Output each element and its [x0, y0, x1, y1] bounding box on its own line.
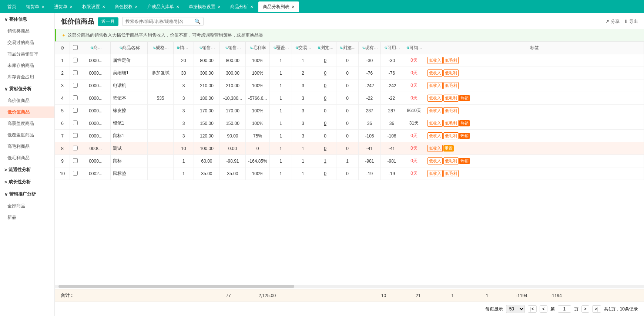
col-margin[interactable]: ⇅毛利率: [246, 42, 270, 54]
row-checkbox-cell[interactable]: [70, 105, 81, 117]
row-checkbox[interactable]: [73, 120, 78, 125]
sidebar-section-overview[interactable]: ∨ 整体信息: [0, 13, 54, 26]
close-icon[interactable]: ✕: [70, 5, 73, 9]
first-page-button[interactable]: |<: [528, 305, 537, 313]
close-icon[interactable]: ✕: [135, 5, 138, 9]
nav-tab-sales[interactable]: 销货单 ✕: [21, 1, 49, 12]
sidebar-item-low-coverage[interactable]: 低覆盖度商品: [0, 129, 54, 141]
row-browse1[interactable]: 0: [314, 167, 336, 180]
sidebar-item-low-margin[interactable]: 低毛利商品: [0, 152, 54, 164]
col-sales1[interactable]: ⇅销售...: [194, 42, 220, 54]
row-browse1[interactable]: 0: [314, 54, 336, 67]
scrollbar-thumb[interactable]: [58, 285, 294, 288]
row-browse1[interactable]: 0: [314, 105, 336, 117]
share-button[interactable]: ↗ 分享: [606, 18, 620, 25]
last-page-button[interactable]: >|: [592, 305, 601, 313]
prev-page-button[interactable]: <: [540, 305, 547, 313]
close-icon[interactable]: ✕: [250, 5, 253, 9]
row-sales2: 150.00: [220, 117, 246, 130]
row-checkbox[interactable]: [73, 158, 78, 163]
close-icon[interactable]: ✕: [218, 5, 221, 9]
sidebar-item-high-margin[interactable]: 高毛利商品: [0, 141, 54, 152]
row-checkbox[interactable]: [73, 58, 78, 62]
row-checkbox-cell[interactable]: [70, 155, 81, 167]
sidebar-section-contribution[interactable]: ∨ 贡献值分析: [0, 83, 54, 95]
row-checkbox-cell[interactable]: [70, 117, 81, 130]
export-button[interactable]: ⬇ 导出: [624, 18, 638, 25]
col-browse2[interactable]: ⇅浏览...: [336, 42, 359, 54]
row-browse1[interactable]: 0: [314, 67, 336, 79]
row-checkbox-cell[interactable]: [70, 130, 81, 142]
row-checkbox[interactable]: [73, 133, 78, 138]
row-checkbox[interactable]: [73, 95, 78, 100]
horizontal-scrollbar[interactable]: [55, 285, 644, 288]
row-browse2: 0: [336, 167, 359, 180]
close-icon[interactable]: ✕: [292, 5, 295, 9]
row-browse1[interactable]: 1: [314, 155, 336, 167]
row-browse1[interactable]: 0: [314, 142, 336, 155]
row-browse1[interactable]: 0: [314, 92, 336, 105]
row-checkbox-cell[interactable]: [70, 167, 81, 180]
nav-tab-analysis[interactable]: 商品分析 ✕: [226, 1, 258, 12]
filter-recent-month-button[interactable]: 近一月: [98, 17, 118, 26]
row-checkbox-cell[interactable]: [70, 92, 81, 105]
nav-tab-analysis-list[interactable]: 商品分析列表 ✕: [258, 1, 299, 12]
col-cover[interactable]: ⇅覆盖...: [270, 42, 292, 54]
nav-tab-purchase[interactable]: 进货单 ✕: [50, 1, 77, 12]
select-all-checkbox[interactable]: [73, 45, 78, 50]
nav-tab-home[interactable]: 首页: [3, 1, 21, 12]
nav-tab-role[interactable]: 角色授权 ✕: [110, 1, 142, 12]
col-code[interactable]: ⇅商...: [81, 42, 111, 54]
col-stock[interactable]: ⇅现有...: [359, 42, 381, 54]
row-checkbox[interactable]: [73, 108, 78, 113]
close-icon[interactable]: ✕: [41, 5, 44, 9]
sidebar-item-no-stock[interactable]: 未库存的商品: [0, 60, 54, 71]
col-qty[interactable]: ⇅销售...: [174, 42, 194, 54]
row-spec: [148, 105, 174, 117]
sidebar-item-stock-fund[interactable]: 库存资金占用: [0, 71, 54, 83]
sidebar-section-marketing[interactable]: ∨ 营销推广分析: [0, 188, 54, 200]
row-checkbox-cell[interactable]: [70, 142, 81, 155]
sidebar-item-all-goods[interactable]: 全部商品: [0, 200, 54, 212]
nav-tab-permission[interactable]: 权限设置 ✕: [78, 1, 110, 12]
row-checkbox[interactable]: [73, 70, 78, 75]
col-avail[interactable]: ⇅可用...: [381, 42, 403, 54]
close-icon[interactable]: ✕: [102, 5, 105, 9]
row-name: 鼠标1: [111, 130, 148, 142]
col-trade[interactable]: ⇅交易...: [292, 42, 314, 54]
col-sellable[interactable]: ⇅可销...: [403, 42, 425, 54]
sidebar-item-high-coverage[interactable]: 高覆盖度商品: [0, 118, 54, 129]
col-name[interactable]: ⇅商品名称: [111, 42, 148, 54]
col-sales2[interactable]: ⇅销售...: [220, 42, 246, 54]
row-checkbox[interactable]: [73, 171, 78, 176]
row-browse1[interactable]: 0: [314, 117, 336, 130]
row-checkbox-cell[interactable]: [70, 67, 81, 79]
page-size-select[interactable]: 50 100 200: [506, 305, 525, 313]
sidebar-item-category-rate[interactable]: 商品分类销售率: [0, 48, 54, 60]
row-checkbox-cell[interactable]: [70, 79, 81, 92]
col-checkbox[interactable]: [70, 42, 81, 54]
search-input[interactable]: [122, 17, 204, 26]
sidebar-item-traded-goods[interactable]: 交易过的商品: [0, 37, 54, 48]
row-browse1[interactable]: 0: [314, 79, 336, 92]
row-checkbox-cell[interactable]: [70, 54, 81, 67]
nav-tab-template[interactable]: 单据模板设置 ✕: [184, 1, 225, 12]
search-icon[interactable]: 🔍: [194, 18, 201, 24]
col-browse1[interactable]: ⇅浏览...: [314, 42, 336, 54]
row-checkbox[interactable]: [73, 146, 78, 150]
sidebar-section-circulation[interactable]: > 流通性分析: [0, 164, 54, 176]
nav-tab-product[interactable]: 产成品入库单 ✕: [143, 1, 184, 12]
page-number-input[interactable]: [558, 305, 571, 313]
row-checkbox[interactable]: [73, 83, 78, 88]
sidebar-item-high-value[interactable]: 高价值商品: [0, 95, 54, 106]
sidebar-item-low-value[interactable]: 低价值商品: [0, 106, 54, 118]
sidebar-item-sales-goods[interactable]: 销售类商品: [0, 26, 54, 37]
col-spec[interactable]: ⇅规格...: [148, 42, 174, 54]
sidebar-item-new-goods[interactable]: 新品: [0, 212, 54, 223]
row-browse1[interactable]: 0: [314, 130, 336, 142]
close-icon[interactable]: ✕: [176, 5, 179, 9]
sidebar-section-growth[interactable]: > 成长性分析: [0, 176, 54, 188]
col-settings[interactable]: ⚙: [55, 42, 70, 54]
row-browse2: 0: [336, 130, 359, 142]
next-page-button[interactable]: >: [581, 305, 589, 313]
